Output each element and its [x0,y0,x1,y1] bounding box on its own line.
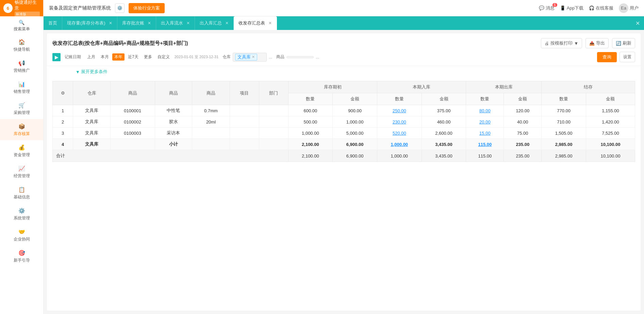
row-product-name: 中性笔 [155,105,192,116]
table-settings-icon[interactable]: ⚙ [61,90,65,96]
date-filter-label: 记账日期 [65,54,81,60]
box-icon: 📦 [18,123,25,130]
sidebar-item-purchase[interactable]: 🛒 采购管理 [0,98,43,119]
row-opening-amt: 1,000.00 [333,116,377,128]
refresh-button[interactable]: 🔄 刷新 [612,38,635,48]
footer-label: 合计 [53,150,288,162]
query-button[interactable]: 查询 [597,52,617,62]
filter-settings-button[interactable]: 设置 [620,52,635,62]
date-btn-last7days[interactable]: 近7天 [126,53,141,61]
user-action[interactable]: Ea 用户 [619,3,639,13]
subtotal-no: 4 [53,139,73,150]
ops-icon: 📈 [18,165,25,172]
th-warehouse: 仓库 [73,81,111,105]
row-balance-qty: 1,505.00 [542,128,586,139]
content-area: 收发存汇总表(按仓库+商品编码+商品+规格型号+项目+部门) 🖨 按模板打印 ▼… [44,30,644,314]
filter-expand-button[interactable]: ▶ [52,53,61,61]
date-btn-custom[interactable]: 自定义 [155,53,172,61]
th-dept: 部门 [259,81,288,105]
sidebar-item-quick-nav[interactable]: 🏠 快捷导航 [0,35,43,56]
sidebar-item-sales[interactable]: 📊 销售管理 [0,77,43,98]
sidebar-item-marketing[interactable]: 📢 营销推广 [0,56,43,77]
row-out-qty[interactable]: 15.00 [466,128,504,139]
sidebar-header[interactable]: 6 畅捷通好生意 标准版 [0,0,43,16]
app-download-action[interactable]: 📱 App下载 [560,5,583,11]
subtotal-in-qty[interactable]: 1,000.00 [377,139,422,150]
chevron-down-icon: ▼ [574,41,578,46]
home-icon: 🏠 [18,39,25,45]
row-balance-qty: 710.00 [542,116,586,128]
th-settings[interactable]: ⚙ [53,81,73,105]
row-warehouse: 文具库 [73,105,111,116]
warehouse-filter-label: 仓库 [222,54,231,60]
topbar-settings-button[interactable]: ⚙️ [115,3,125,13]
sidebar-item-system[interactable]: ⚙️ 系统管理 [0,203,43,225]
th-out-qty: 数量 [466,93,504,105]
th-balance: 结存 [542,81,635,93]
sidebar-item-basic-info[interactable]: 📋 基础信息 [0,182,43,203]
date-btn-more[interactable]: 更多 [142,53,154,61]
tab-in-out-summary[interactable]: 出入库汇总 ✕ [195,16,234,30]
tab-home[interactable]: 首页 [44,16,62,30]
tab-close-recv-send[interactable]: ✕ [268,21,272,26]
message-action[interactable]: 💬 消息 6 [539,5,555,11]
print-icon: 🖨 [545,41,549,46]
subtotal-row: 4 文具库 小计 2,100.00 6,900.00 1,000.00 3,43… [53,139,635,150]
row-product-spec: 0.7mm [192,105,230,116]
warehouse-tag-input[interactable]: 文具库 ✕ [233,53,267,62]
row-out-qty[interactable]: 80.00 [466,105,504,116]
subtotal-blank1 [110,139,155,150]
row-in-qty[interactable]: 250.00 [377,105,422,116]
product-tag-input[interactable] [286,56,314,58]
sidebar-item-operations[interactable]: 📈 经营管理 [0,161,43,182]
export-button[interactable]: 📤 导出 [585,38,609,48]
expand-icon: ▼ [76,69,80,75]
tab-in-out-flow[interactable]: 出入库流水 ✕ [156,16,195,30]
row-in-amt: 2,600.00 [422,128,466,139]
row-opening-amt: 900.00 [333,105,377,116]
warehouse-tag: 文具库 ✕ [235,54,257,61]
tab-close-in-out-summary[interactable]: ✕ [225,21,229,26]
sidebar: 6 畅捷通好生意 标准版 🔍 搜索菜单 🏠 快捷导航 📢 营销推广 📊 销售管理… [0,0,44,314]
subtotal-out-amt: 235.00 [504,139,542,150]
online-service-action[interactable]: 🎧 在线客服 [589,5,613,11]
date-btn-last-month[interactable]: 上月 [85,53,97,61]
th-in-qty: 数量 [377,93,422,105]
sidebar-item-enterprise[interactable]: 🤝 企业协同 [0,225,43,246]
row-in-qty[interactable]: 520.00 [377,128,422,139]
expand-more-bar: ▼ 展开更多条件 [47,66,641,78]
gear-icon: ⚙️ [18,208,25,214]
tab-close-stock-dist[interactable]: ✕ [109,21,112,26]
row-out-qty[interactable]: 20.00 [466,116,504,128]
date-btn-this-year[interactable]: 本年 [112,53,125,61]
expand-more-button[interactable]: ▼ 展开更多条件 [76,69,635,75]
sidebar-item-search[interactable]: 🔍 搜索菜单 [0,16,43,35]
th-balance-amt: 金额 [586,93,635,105]
warehouse-more-button[interactable]: ... [269,55,272,60]
header-actions: 🖨 按模板打印 ▼ 📤 导出 🔄 刷新 [541,38,635,48]
tab-recv-send-summary[interactable]: 收发存汇总表 ✕ [234,16,277,30]
row-product-code: 0100002 [110,116,155,128]
warehouse-tag-close[interactable]: ✕ [252,55,255,59]
export-icon: 📤 [589,41,595,46]
close-all-tabs-button[interactable]: ✕ [631,20,644,27]
print-button[interactable]: 🖨 按模板打印 ▼ [541,38,582,48]
sidebar-item-inventory[interactable]: 📦 库存核算 [0,119,43,140]
date-range-display: 2023-01-01 至 2023-12-31 [175,54,219,60]
logo-icon: 6 [3,3,13,13]
sidebar-item-guide[interactable]: 🎯 新手引导 [0,246,43,267]
row-in-qty[interactable]: 230.00 [377,116,422,128]
footer-balance-amt: 10,100.00 [586,150,635,162]
sidebar-item-finance[interactable]: 💰 资金管理 [0,140,43,161]
tab-stock-dist[interactable]: 现存量(库存分布表) ✕ [62,16,117,30]
tab-close-in-out-flow[interactable]: ✕ [186,21,190,26]
tab-close-batch-ledger[interactable]: ✕ [148,21,151,26]
subtotal-out-qty[interactable]: 115.00 [466,139,504,150]
tabbar: 首页 现存量(库存分布表) ✕ 库存批次账 ✕ 出入库流水 ✕ 出入库汇总 ✕ … [44,16,644,30]
th-in-amt: 金额 [422,93,466,105]
date-btn-this-month[interactable]: 本月 [99,53,111,61]
tab-batch-ledger[interactable]: 库存批次账 ✕ [117,16,156,30]
experience-button[interactable]: 体验行业方案 [129,3,165,13]
main-area: 装备及固定资产辅助管理系统 ⚙️ 体验行业方案 💬 消息 6 📱 App下载 🎧… [44,0,644,314]
product-more-button[interactable]: ... [316,55,319,60]
